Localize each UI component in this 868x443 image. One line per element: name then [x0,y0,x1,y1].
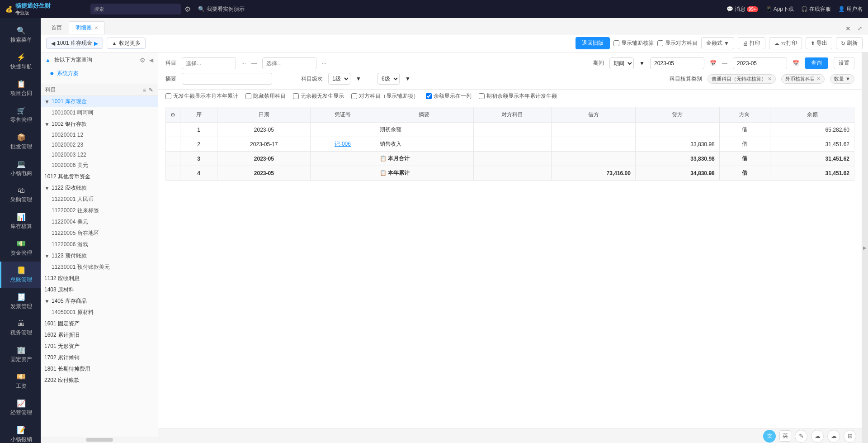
cb-no-balance[interactable]: 无余额无发生显示 [293,92,344,100]
sidebar-item-ledger[interactable]: 📒 总账管理 [0,262,41,288]
grid-btn[interactable]: ⊞ [844,430,856,443]
sidebar-item-wholesale[interactable]: 📦 批发管理 [0,129,41,155]
tree-item-1001[interactable]: ▼ 1001 库存现金 [41,96,158,107]
tree-item-1403[interactable]: 1403 原材料 [41,284,158,295]
subject-to-input[interactable] [262,57,316,69]
show-aux-check[interactable]: 显示辅助核算 [613,39,654,47]
cloud-btn1[interactable]: ☁ [811,430,824,443]
calendar-from-icon[interactable]: 📅 [710,60,717,67]
tag-dropdown-3[interactable]: ▼ [845,76,850,81]
settings-btn[interactable]: 设置 [834,57,854,69]
online-service-btn[interactable]: 🎧 在线客服 [801,5,831,13]
tree-item-1602[interactable]: 1602 累计折旧 [41,329,158,341]
cb-opposite-input[interactable] [351,93,357,99]
query-btn[interactable]: 查询 [805,57,828,69]
app-download-btn[interactable]: 📱 App下载 [765,5,794,13]
tree-add-icon[interactable]: ✎ [149,87,153,93]
sidebar-item-sales[interactable]: 📝 小畅报销 [0,421,41,443]
refresh-btn[interactable]: ↻ 刷新 [836,37,863,49]
tree-item-1132[interactable]: 1132 应收利息 [41,273,158,284]
tree-item-10010001[interactable]: 10010001 呵呵呵 [41,107,158,119]
tree-item-14050001[interactable]: 14050001 原材料 [41,307,158,318]
cb-no-balance-input[interactable] [293,93,299,99]
show-opposite-check[interactable]: 显示对方科目 [657,39,698,47]
cb-hide-disabled-input[interactable] [245,93,251,99]
message-btn[interactable]: 💬 消息 99+ [726,5,758,13]
cloud-print-btn[interactable]: ☁ 云打印 [769,37,802,49]
sidebar-item-retail[interactable]: 🛒 零售管理 [0,102,41,129]
tree-item-1405[interactable]: ▼ 1405 库存商品 [41,295,158,307]
cb-no-amount-input[interactable] [165,93,171,99]
print-btn[interactable]: 🖨 打印 [738,37,765,49]
sidebar-item-tax[interactable]: 🏛 税务管理 [0,315,41,341]
cb-opening-balance[interactable]: 期初余额显示本年累计发生额 [479,92,557,100]
sidebar-item-inventory[interactable]: 📊 库存核算 [0,208,41,235]
tree-item-1002[interactable]: ▼ 1002 银行存款 [41,119,158,130]
level-to-select[interactable]: 6级5级4级 [377,73,400,85]
period-type-select[interactable]: 期间 [609,57,634,69]
tree-item-11220006[interactable]: 11220006 游戏 [41,239,158,250]
tree-scrollbar[interactable] [41,437,158,443]
more-btn[interactable]: ▲ 收起更多 [107,38,146,49]
lang-switcher[interactable]: 英 [779,430,791,442]
export-btn[interactable]: ⬆ 导出 [806,37,832,49]
tree-item-11220004[interactable]: 11220004 美元 [41,216,158,228]
sidebar-item-project[interactable]: 📋 项目合同 [0,75,41,102]
tree-item-11230001[interactable]: 11230001 预付账款美元 [41,262,158,273]
filter-settings-icon[interactable]: ⚙ [140,57,146,64]
cb-no-amount[interactable]: 无发生额显示本月本年累计 [165,92,238,100]
tab-close-icon[interactable]: ✕ [94,25,98,30]
cb-opposite[interactable]: 对方科目（显示辅助项） [351,92,419,100]
tree-expand-all-icon[interactable]: ≡ [143,87,146,93]
right-sidebar-toggle[interactable]: ▶ [862,52,868,443]
sidebar-item-search[interactable]: 🔍 搜索菜单 [0,22,41,48]
period-from-input[interactable] [650,57,704,69]
tree-item-1601[interactable]: 1601 固定资产 [41,318,158,329]
sidebar-item-ops[interactable]: 📈 经营管理 [0,395,41,421]
tag-close-2[interactable]: ✕ [816,76,821,82]
tag-close-1[interactable]: ✕ [768,76,772,82]
row-voucher-link[interactable]: 记-006 [311,137,375,152]
cb-balance-one-col[interactable]: 余额显示在一列 [426,92,472,100]
system-plan-btn[interactable]: ● 系统方案 [45,67,153,80]
tree-item-10020001[interactable]: 10020001 12 [41,130,158,140]
show-opposite-checkbox[interactable] [657,40,663,46]
tree-item-1801[interactable]: 1801 长期待摊费用 [41,363,158,375]
sidebar-item-ecom[interactable]: 💻 小畅电商 [0,155,41,182]
col-settings[interactable]: ⚙ [166,107,180,123]
tree-item-1122[interactable]: ▼ 1122 应收账款 [41,182,158,194]
tree-item-10020006[interactable]: 10020006 美元 [41,160,158,171]
sidebar-item-purchase[interactable]: 🛍 采购管理 [0,182,41,208]
subject-from-input[interactable] [182,57,236,69]
tree-item-1702[interactable]: 1702 累计摊销 [41,352,158,363]
sidebar-item-salary[interactable]: 💴 工资 [0,368,41,395]
settings-icon[interactable]: ⚙ [184,5,191,14]
tree-item-1012[interactable]: 1012 其他货币资金 [41,171,158,182]
sidebar-item-invoice[interactable]: 🧾 发票管理 [0,288,41,315]
period-to-input[interactable] [733,57,787,69]
tree-item-10020002[interactable]: 10020002 23 [41,140,158,150]
summary-input[interactable] [182,73,272,85]
cb-hide-disabled[interactable]: 隐藏禁用科目 [245,92,286,100]
breadcrumb[interactable]: ◀ 1001 库存现金 ▶ [46,38,103,49]
calendar-to-icon[interactable]: 📅 [793,60,799,67]
sidebar-item-asset[interactable]: 🏢 固定资产 [0,341,41,368]
sidebar-item-shortcut[interactable]: ⚡ 快捷导航 [0,48,41,75]
tab-detail[interactable]: 明细账 ✕ [69,21,105,34]
tree-item-1701[interactable]: 1701 无形资产 [41,341,158,352]
tree-item-1123[interactable]: ▼ 1123 预付账款 [41,250,158,262]
cb-balance-one-col-input[interactable] [426,93,432,99]
demo-btn[interactable]: 🔍 我要看实例演示 [198,5,245,13]
tree-item-11220005[interactable]: 11220005 所在地区 [41,228,158,239]
user-avatar[interactable]: 👤 用户名 [838,5,863,13]
amount-format-btn[interactable]: 金额式 ▼ [701,37,734,49]
level-from-select[interactable]: 1级2级3级 [328,73,350,85]
tab-home[interactable]: 首页 [44,21,69,34]
tree-item-10020003[interactable]: 10020003 122 [41,150,158,160]
panel-close-btn[interactable]: ✕ [843,23,854,34]
top-search[interactable]: 搜索 [90,4,181,14]
filter-collapse-btn[interactable]: ◀ [149,57,153,63]
cb-opening-balance-input[interactable] [479,93,485,99]
cloud-btn2[interactable]: ☁ [827,430,840,443]
edit-btn[interactable]: ✎ [795,430,807,443]
